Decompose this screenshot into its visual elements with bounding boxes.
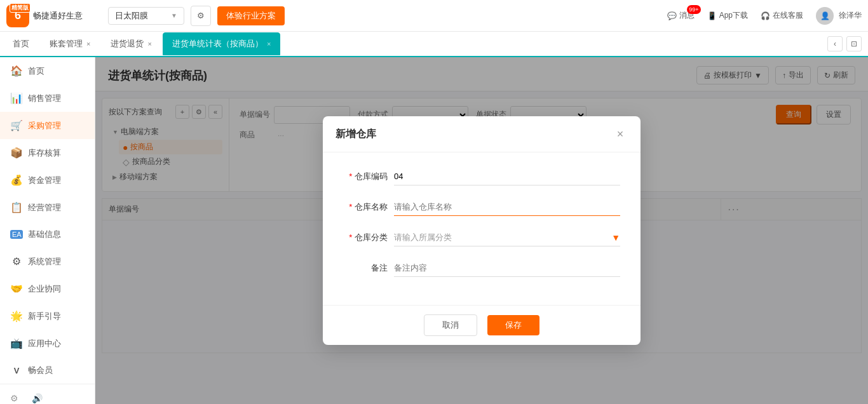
sidebar-settings-btn[interactable]: ⚙ — [5, 389, 23, 404]
message-badge: 99+ — [687, 5, 700, 14]
store-selector[interactable]: 日太阳膜 ▼ — [108, 7, 184, 25]
app-download-item[interactable]: 📱 App下载 — [707, 10, 748, 21]
save-button[interactable]: 保存 — [487, 315, 539, 335]
sidebar-sound-btn[interactable]: 🔊 — [28, 389, 46, 404]
tab-return-close[interactable]: × — [147, 40, 151, 48]
sidebar-item-system[interactable]: ⚙ 系统管理 — [0, 248, 95, 275]
tab-prev-button[interactable]: ‹ — [827, 36, 843, 51]
sidebar-item-home[interactable]: 🏠 首页 — [0, 57, 95, 84]
sidebar-item-apps[interactable]: 📺 应用中心 — [0, 330, 95, 357]
tab-account-close[interactable]: × — [86, 40, 90, 48]
sidebar-item-apps-label: 应用中心 — [28, 338, 61, 349]
message-icon: 💬 — [667, 11, 677, 20]
sidebar-item-basic[interactable]: EA 基础信息 — [0, 221, 95, 248]
gear-button[interactable]: ⚙ — [191, 6, 211, 26]
form-row-category: * 仓库分类 请输入所属分类 ▼ — [343, 229, 620, 246]
tab-stats-close[interactable]: × — [267, 40, 271, 48]
tab-next-button[interactable]: ⊡ — [846, 36, 862, 51]
form-row-name: * 仓库名称 — [343, 198, 620, 216]
app-download-label: App下载 — [719, 10, 748, 21]
message-item[interactable]: 💬 消息 99+ — [667, 10, 695, 21]
sidebar-item-enterprise-label: 企业协同 — [28, 283, 61, 295]
store-dropdown-icon: ▼ — [171, 12, 177, 19]
brand-text: 畅捷通好生意 — [33, 11, 83, 21]
category-dropdown-arrow[interactable]: ▼ — [611, 232, 620, 243]
home-icon: 🏠 — [10, 65, 23, 77]
form-row-code: * 仓库编码 — [343, 168, 620, 185]
sidebar-item-basic-label: 基础信息 — [28, 229, 61, 240]
guide-icon: 🌟 — [10, 310, 23, 322]
tab-home[interactable]: 首页 — [3, 32, 39, 55]
required-star-name: * — [349, 202, 352, 212]
inventory-icon: 📦 — [10, 147, 23, 159]
gear-icon: ⚙ — [197, 11, 205, 20]
sidebar-item-operations-label: 经营管理 — [28, 202, 61, 213]
purchase-icon: 🛒 — [10, 119, 23, 131]
brand-line1: 畅捷通好生意 — [33, 11, 83, 21]
finance-icon: 💰 — [10, 174, 23, 186]
enterprise-icon: 🤝 — [10, 283, 23, 295]
remark-input[interactable] — [394, 259, 620, 277]
sidebar-item-system-label: 系统管理 — [28, 256, 61, 267]
sidebar-item-guide[interactable]: 🌟 新手引导 — [0, 302, 95, 330]
sidebar-item-member-label: 畅会员 — [28, 365, 53, 376]
tab-bar: 首页 账套管理 × 进货退货 × 进货单统计表（按商品） × ‹ ⊡ — [0, 32, 868, 57]
store-name: 日太阳膜 — [115, 10, 168, 22]
user-avatar: 👤 — [816, 7, 834, 25]
sidebar-item-finance-label: 资金管理 — [28, 175, 61, 186]
category-select[interactable]: 请输入所属分类 — [394, 229, 611, 246]
tab-return[interactable]: 进货退货 × — [101, 32, 161, 55]
code-label: * 仓库编码 — [343, 171, 394, 182]
sidebar-item-inventory[interactable]: 📦 库存核算 — [0, 139, 95, 166]
tab-return-label: 进货退货 — [111, 38, 144, 50]
sidebar-item-enterprise[interactable]: 🤝 企业协同 — [0, 275, 95, 302]
remark-label: 备注 — [343, 262, 394, 274]
online-service-item[interactable]: 🎧 在线客服 — [761, 10, 803, 21]
logo-icon: 6 精简版 — [6, 4, 29, 27]
sidebar-bottom: ⚙ 🔊 — [0, 384, 95, 404]
form-row-remark: 备注 — [343, 259, 620, 277]
modal-title: 新增仓库 — [336, 128, 376, 141]
code-input[interactable] — [394, 168, 620, 185]
sidebar-item-sales-label: 销售管理 — [28, 93, 61, 104]
top-right-area: 💬 消息 99+ 📱 App下载 🎧 在线客服 👤 徐泽华 — [667, 7, 862, 25]
user-item[interactable]: 👤 徐泽华 — [816, 7, 862, 25]
modal-header: 新增仓库 × — [323, 116, 641, 152]
sales-icon: 📊 — [10, 92, 23, 104]
sidebar-item-finance[interactable]: 💰 资金管理 — [0, 166, 95, 194]
top-bar: 6 精简版 畅捷通好生意 日太阳膜 ▼ ⚙ 体验行业方案 💬 消息 99+ 📱 … — [0, 0, 868, 32]
sidebar-item-operations[interactable]: 📋 经营管理 — [0, 194, 95, 221]
tab-account-label: 账套管理 — [50, 38, 83, 50]
modal-footer: 取消 保存 — [323, 305, 641, 345]
required-star-code: * — [349, 172, 352, 181]
member-icon: V — [10, 366, 23, 375]
modal-close-button[interactable]: × — [613, 126, 628, 142]
tab-home-label: 首页 — [13, 38, 29, 50]
tab-bar-controls: ‹ ⊡ — [827, 36, 865, 51]
cancel-button[interactable]: 取消 — [424, 314, 477, 336]
sidebar-item-guide-label: 新手引导 — [28, 311, 61, 322]
sidebar-item-purchase[interactable]: 🛒 采购管理 — [0, 112, 95, 139]
modal-body: * 仓库编码 * 仓库名称 — [323, 152, 641, 305]
user-name: 徐泽华 — [839, 10, 862, 21]
online-service-label: 在线客服 — [773, 10, 803, 21]
sidebar-item-sales[interactable]: 📊 销售管理 — [0, 84, 95, 112]
trial-button[interactable]: 体验行业方案 — [217, 6, 285, 25]
headset-icon: 🎧 — [761, 11, 770, 20]
sidebar-item-member[interactable]: V 畅会员 — [0, 357, 95, 384]
phone-icon: 📱 — [707, 11, 717, 20]
tab-account[interactable]: 账套管理 × — [40, 32, 100, 55]
tab-stats-label: 进货单统计表（按商品） — [172, 38, 263, 50]
sidebar-item-purchase-label: 采购管理 — [28, 120, 61, 131]
name-input[interactable] — [394, 198, 620, 216]
operations-icon: 📋 — [10, 201, 23, 213]
category-label: * 仓库分类 — [343, 232, 394, 243]
apps-icon: 📺 — [10, 337, 23, 349]
basic-icon: EA — [10, 230, 23, 239]
tab-stats[interactable]: 进货单统计表（按商品） × — [163, 32, 280, 55]
main-layout: 🏠 首页 📊 销售管理 🛒 采购管理 📦 库存核算 💰 资金管理 📋 经营管理 … — [0, 57, 868, 404]
sidebar-item-home-label: 首页 — [28, 65, 44, 77]
system-icon: ⚙ — [10, 255, 23, 267]
logo-badge: 精简版 — [10, 3, 31, 13]
content-area: 进货单统计(按商品) 🖨 按模板打印 ▼ ↑ 导出 ↻ 刷新 — [95, 57, 868, 404]
